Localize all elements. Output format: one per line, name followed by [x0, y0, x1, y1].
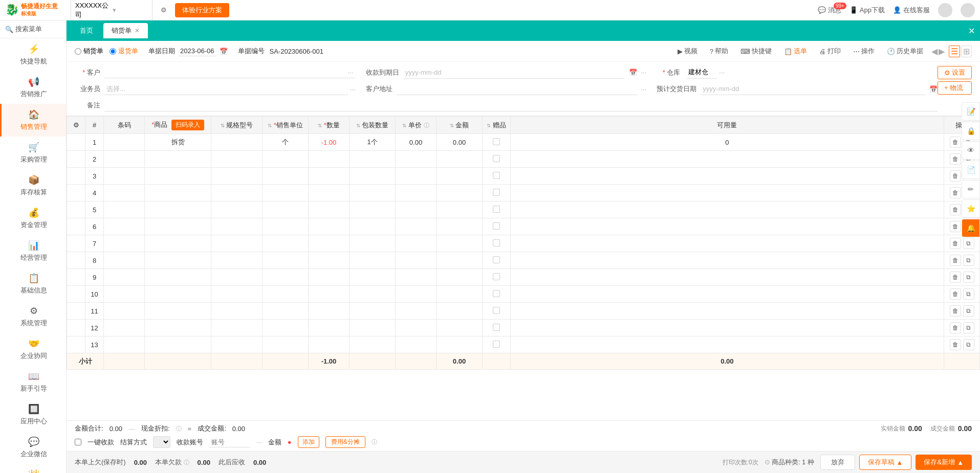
tab-home[interactable]: 首页 — [72, 23, 101, 38]
delete-row-icon[interactable]: 🗑 — [950, 339, 961, 350]
cell-barcode-9[interactable] — [104, 286, 145, 303]
history-btn[interactable]: 🕐 历史单据 — [883, 45, 927, 57]
video-btn[interactable]: ▶ 视频 — [673, 45, 702, 57]
cell-gift-10[interactable] — [483, 303, 511, 320]
cell-spec-5[interactable] — [211, 218, 263, 235]
cell-spec-12[interactable] — [211, 336, 263, 353]
cell-spec-0[interactable] — [211, 134, 263, 151]
delete-row-icon[interactable]: 🗑 — [950, 255, 961, 266]
delete-row-icon[interactable]: 🗑 — [950, 153, 961, 165]
cell-gift-8[interactable] — [483, 269, 511, 286]
shortcut-btn[interactable]: ⌨ 快捷键 — [736, 45, 776, 57]
cell-spec-6[interactable] — [211, 235, 263, 252]
delete-row-icon[interactable]: 🗑 — [950, 137, 961, 148]
delete-row-icon[interactable]: 🗑 — [950, 288, 961, 300]
cell-barcode-5[interactable] — [104, 218, 145, 235]
customer-input[interactable]: ··· — [104, 67, 356, 78]
delete-row-icon[interactable]: 🗑 — [950, 170, 961, 182]
float-btn-star[interactable]: ⭐ — [962, 199, 980, 218]
settings-gear-icon[interactable]: ⚙ — [157, 3, 171, 17]
sidebar-item-marketing[interactable]: 📢 营销推广 — [0, 71, 66, 104]
cell-spec-1[interactable] — [211, 151, 263, 168]
radio-sales-input[interactable] — [75, 48, 81, 55]
cell-qty-7[interactable] — [309, 252, 350, 269]
delete-row-icon[interactable]: 🗑 — [950, 305, 961, 317]
cell-qty-0[interactable]: -1.00 — [309, 134, 350, 151]
copy-row-icon[interactable]: ⧉ — [963, 339, 974, 350]
save-draft-button[interactable]: 保存草稿 ▲ — [859, 455, 912, 470]
cell-gift-11[interactable] — [483, 320, 511, 336]
cell-spec-2[interactable] — [211, 168, 263, 185]
grid-view-icon[interactable]: ⊞ — [961, 46, 972, 57]
cell-price-9[interactable] — [396, 286, 437, 303]
cell-gift-2[interactable] — [483, 168, 511, 185]
cell-qty-1[interactable] — [309, 151, 350, 168]
cell-gift-1[interactable] — [483, 151, 511, 168]
cell-qty-5[interactable] — [309, 218, 350, 235]
expected-calendar-icon[interactable]: 📅 — [929, 85, 938, 93]
cell-spec-8[interactable] — [211, 269, 263, 286]
cell-price-6[interactable] — [396, 235, 437, 252]
cell-gift-7[interactable] — [483, 252, 511, 269]
cell-price-10[interactable] — [396, 303, 437, 320]
cell-qty-9[interactable] — [309, 286, 350, 303]
address-input[interactable] — [397, 83, 637, 95]
warehouse-dots-icon[interactable]: ··· — [719, 69, 725, 76]
cell-spec-7[interactable] — [211, 252, 263, 269]
save-chevron-icon[interactable]: ▲ — [957, 459, 964, 466]
nav-next-icon[interactable]: ▶ — [939, 47, 945, 56]
sidebar-item-member[interactable]: 👑 畅会员 — [0, 464, 66, 473]
app-download-button[interactable]: 📱 App下载 — [850, 6, 885, 15]
expected-date-input[interactable] — [701, 83, 925, 95]
copy-row-icon[interactable]: ⧉ — [963, 305, 974, 317]
cell-product-12[interactable] — [145, 336, 211, 353]
operation-btn[interactable]: ⋯ 操作 — [849, 45, 879, 57]
delete-row-icon[interactable]: 🗑 — [950, 221, 961, 232]
radio-sales[interactable]: 销货单 — [75, 47, 103, 56]
sidebar-item-wechat[interactable]: 💬 企业微信 — [0, 431, 66, 464]
cell-barcode-0[interactable] — [104, 134, 145, 151]
sidebar-item-finance[interactable]: 💰 资金管理 — [0, 202, 66, 235]
cell-price-8[interactable] — [396, 269, 437, 286]
cell-price-11[interactable] — [396, 320, 437, 336]
discount-help-icon[interactable]: ⓘ — [176, 425, 182, 433]
help-btn[interactable]: ? 帮助 — [706, 45, 732, 57]
cell-spec-9[interactable] — [211, 286, 263, 303]
payment-calendar-icon[interactable]: 📅 — [629, 69, 637, 76]
cell-qty-2[interactable] — [309, 168, 350, 185]
float-btn-edit[interactable]: 📝 — [962, 102, 980, 121]
sidebar-item-purchase[interactable]: 🛒 采购管理 — [0, 137, 66, 169]
cell-qty-4[interactable] — [309, 201, 350, 218]
payment-date-input[interactable] — [403, 66, 625, 79]
cell-spec-3[interactable] — [211, 185, 263, 201]
delete-row-icon[interactable]: 🗑 — [950, 322, 961, 333]
copy-row-icon[interactable]: ⧉ — [963, 322, 974, 333]
cell-gift-0[interactable] — [483, 134, 511, 151]
cell-barcode-10[interactable] — [104, 303, 145, 320]
cell-product-2[interactable] — [145, 168, 211, 185]
sidebar-item-sales[interactable]: 🏠 销售管理 — [0, 104, 66, 137]
date-value[interactable]: 2023-06-06 — [178, 46, 216, 56]
user-avatar[interactable] — [938, 3, 952, 17]
online-service-button[interactable]: 👤 在线客服 — [893, 6, 930, 15]
cell-qty-12[interactable] — [309, 336, 350, 353]
radio-return[interactable]: 退货单 — [110, 47, 138, 56]
cell-product-8[interactable] — [145, 269, 211, 286]
print-btn[interactable]: 🖨 打印 — [815, 45, 845, 57]
cell-price-12[interactable] — [396, 336, 437, 353]
cell-price-7[interactable] — [396, 252, 437, 269]
cell-spec-10[interactable] — [211, 303, 263, 320]
float-btn-orange[interactable]: 🔔 — [962, 219, 980, 237]
sidebar-item-guide[interactable]: 📖 新手引导 — [0, 366, 66, 398]
sidebar-item-quick-nav[interactable]: ⚡ 快捷导航 — [0, 38, 66, 71]
float-btn-view[interactable]: 👁 — [962, 141, 980, 160]
copy-row-icon[interactable]: ⧉ — [963, 272, 974, 283]
debt-help-icon[interactable]: ⓘ — [184, 459, 189, 465]
cell-gift-12[interactable] — [483, 336, 511, 353]
cell-gift-9[interactable] — [483, 286, 511, 303]
sidebar-item-system[interactable]: ⚙ 系统管理 — [0, 300, 66, 333]
cell-barcode-11[interactable] — [104, 320, 145, 336]
account-input[interactable] — [209, 437, 250, 447]
address-dots-icon[interactable]: ··· — [641, 85, 647, 93]
tab-close-icon[interactable]: ✕ — [135, 27, 140, 34]
